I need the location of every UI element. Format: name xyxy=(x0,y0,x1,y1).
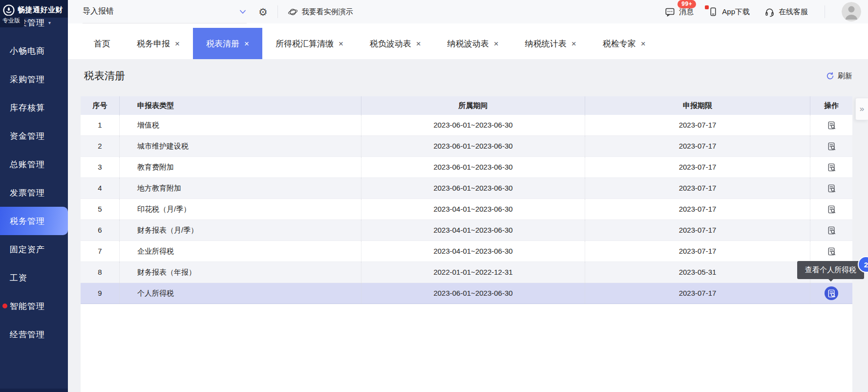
sidebar-item-工资[interactable]: 工资 xyxy=(0,263,68,292)
cell-period: 2023-04-01~2023-06-30 xyxy=(361,220,585,240)
brand-name: 畅捷通好业财 xyxy=(18,5,63,15)
tax-table: 序号 申报表类型 所属期间 申报期限 操作 1增值税2023-06-01~202… xyxy=(81,96,852,392)
sidebar-item-label: 税务管理 xyxy=(10,216,45,227)
cell-type: 企业所得税 xyxy=(120,241,361,261)
brand: 畅捷通好业财 xyxy=(0,0,68,18)
sidebar-item-库存核算[interactable]: 库存核算 xyxy=(0,93,68,122)
edition-label: 专业版 xyxy=(0,16,24,27)
sidebar-item-label: 资金管理 xyxy=(10,131,45,142)
topbar: 导入报错 ⚙ 我要看实例演示 99+ 消息 Ap xyxy=(68,0,868,23)
cell-no: 2 xyxy=(81,136,120,156)
caret-down-icon: ▾ xyxy=(48,20,51,25)
cell-type: 增值税 xyxy=(120,115,361,135)
cell-deadline: 2023-05-31 xyxy=(585,262,810,283)
view-report-button[interactable] xyxy=(827,163,836,172)
chevron-down-icon xyxy=(239,8,247,16)
refresh-icon xyxy=(826,72,834,80)
close-icon[interactable]: × xyxy=(572,40,576,48)
close-icon[interactable]: × xyxy=(416,40,421,48)
sidebar-item-智能管理[interactable]: 智能管理 xyxy=(0,292,68,320)
panel-expander[interactable]: » xyxy=(855,98,868,120)
message-icon xyxy=(665,7,675,17)
sidebar-bottom-strip xyxy=(0,389,68,392)
sidebar-item-label: 发票管理 xyxy=(10,187,45,198)
sidebar-item-经营管理[interactable]: 经营管理 xyxy=(0,320,68,348)
cell-deadline: 2023-07-17 xyxy=(585,157,810,177)
topbar-right: 99+ 消息 App下载 在线客服 xyxy=(665,2,868,22)
app-download-button[interactable]: App下载 xyxy=(708,7,750,17)
tab-label: 纳税波动表 xyxy=(447,38,489,49)
table-row-1[interactable]: 1增值税2023-06-01~2023-06-302023-07-17 xyxy=(81,115,852,136)
gear-icon[interactable]: ⚙ xyxy=(258,7,268,17)
view-report-button[interactable] xyxy=(827,184,836,193)
view-report-button[interactable] xyxy=(827,205,836,214)
sidebar-item-资金管理[interactable]: 资金管理 xyxy=(0,122,68,150)
sidebar-item-总账管理[interactable]: 总账管理 xyxy=(0,150,68,178)
cell-no: 8 xyxy=(81,262,120,283)
view-report-button[interactable] xyxy=(827,121,836,130)
close-icon[interactable]: × xyxy=(339,40,343,48)
sidebar-item-税务管理[interactable]: 税务管理 xyxy=(0,207,68,235)
report-select[interactable]: 导入报错 xyxy=(83,0,247,23)
column-header-no: 序号 xyxy=(81,96,120,115)
notification-dot xyxy=(705,5,709,9)
tab-税务申报[interactable]: 税务申报× xyxy=(124,28,193,59)
messages-badge: 99+ xyxy=(677,0,696,8)
cell-deadline: 2023-07-17 xyxy=(585,241,810,261)
cell-period: 2023-06-01~2023-06-30 xyxy=(361,178,585,198)
cell-type: 财务报表（月/季） xyxy=(120,220,361,240)
cell-deadline: 2023-07-17 xyxy=(585,178,810,198)
view-report-button-active[interactable] xyxy=(825,286,838,300)
table-row-3[interactable]: 3教育费附加2023-06-01~2023-06-302023-07-17 xyxy=(81,157,852,178)
chevron-double-right-icon: » xyxy=(860,104,864,114)
tab-label: 税负波动表 xyxy=(370,38,411,49)
tooltip-text: 查看个人所得税 xyxy=(805,265,856,274)
headset-icon xyxy=(764,7,775,17)
tab-首页[interactable]: 首页 xyxy=(81,28,124,59)
tab-纳税波动表[interactable]: 纳税波动表× xyxy=(434,28,512,59)
table-row-7[interactable]: 7企业所得税2023-04-01~2023-06-302023-07-17 xyxy=(81,241,852,262)
sidebar-item-label: 总账管理 xyxy=(10,159,45,170)
close-icon[interactable]: × xyxy=(494,40,499,48)
table-row-2[interactable]: 2城市维护建设税2023-06-01~2023-06-302023-07-17 xyxy=(81,136,852,157)
sidebar-item-小畅电商[interactable]: 小畅电商 xyxy=(0,37,68,65)
view-report-button[interactable] xyxy=(827,142,836,151)
messages-button[interactable]: 99+ 消息 xyxy=(665,7,694,17)
tab-税表清册[interactable]: 税表清册× xyxy=(193,28,262,59)
sidebar-item-采购管理[interactable]: 采购管理 xyxy=(0,65,68,93)
tab-税检专家[interactable]: 税检专家× xyxy=(590,28,659,59)
messages-label: 消息 xyxy=(679,7,694,17)
support-button[interactable]: 在线客服 xyxy=(764,7,808,17)
demo-link[interactable]: 我要看实例演示 xyxy=(288,7,353,17)
table-row-8[interactable]: 8财务报表（年报）2022-01-01~2022-12-312023-05-31 xyxy=(81,262,852,283)
tab-纳税统计表[interactable]: 纳税统计表× xyxy=(512,28,590,59)
tab-label: 纳税统计表 xyxy=(525,38,567,49)
cell-deadline: 2023-07-17 xyxy=(585,199,810,219)
topbar-divider xyxy=(825,5,825,18)
demo-label: 我要看实例演示 xyxy=(302,7,353,17)
table-row-9[interactable]: 9个人所得税2023-06-01~2023-06-302023-07-17 xyxy=(81,283,852,304)
app-download-label: App下载 xyxy=(722,7,750,17)
sidebar-item-固定资产[interactable]: 固定资产 xyxy=(0,235,68,263)
cell-period: 2023-04-01~2023-06-30 xyxy=(361,241,585,261)
sidebar-item-发票管理[interactable]: 发票管理 xyxy=(0,178,68,207)
close-icon[interactable]: × xyxy=(175,40,180,48)
view-report-button[interactable] xyxy=(827,226,836,235)
close-icon[interactable]: × xyxy=(641,40,646,48)
column-header-deadline: 申报期限 xyxy=(585,96,810,115)
tab-税负波动表[interactable]: 税负波动表× xyxy=(357,28,434,59)
sidebar-item-label: 智能管理 xyxy=(10,301,45,312)
tooltip: 查看个人所得税 xyxy=(797,261,864,279)
table-row-4[interactable]: 4地方教育附加2023-06-01~2023-06-302023-07-17 xyxy=(81,178,852,199)
action-cell xyxy=(810,199,852,219)
avatar[interactable] xyxy=(842,2,861,22)
action-cell xyxy=(810,220,852,240)
tab-label: 税表清册 xyxy=(206,38,239,49)
table-row-5[interactable]: 5印花税（月/季）2023-04-01~2023-06-302023-07-17 xyxy=(81,199,852,220)
close-icon[interactable]: × xyxy=(244,40,249,48)
tab-所得税汇算清缴[interactable]: 所得税汇算清缴× xyxy=(262,28,357,59)
refresh-button[interactable]: 刷新 xyxy=(826,71,852,81)
view-report-button[interactable] xyxy=(827,247,836,256)
table-row-6[interactable]: 6财务报表（月/季）2023-04-01~2023-06-302023-07-1… xyxy=(81,220,852,241)
cell-type: 印花税（月/季） xyxy=(120,199,361,219)
